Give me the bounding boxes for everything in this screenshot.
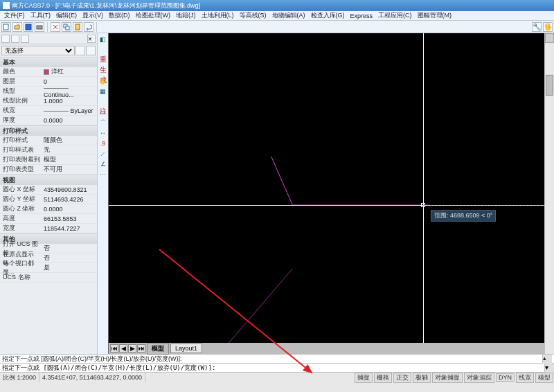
menu-file[interactable]: 文件(F) bbox=[1, 11, 28, 20]
status-osnap[interactable]: 对象捕捉 bbox=[432, 373, 463, 383]
menu-draw[interactable]: 绘图处理(W) bbox=[133, 11, 174, 20]
vertical-scrollbar[interactable] bbox=[544, 33, 554, 354]
status-snap[interactable]: 捕捉 bbox=[355, 373, 373, 383]
title-bar: 南方CASS7.0 - [F:\电子成果\1.龙林河\龙林河划界管理范围图集.d… bbox=[0, 0, 554, 11]
vtool-rect[interactable]: ▭ bbox=[98, 107, 108, 117]
cmd-scroll-down-icon[interactable]: ▾ bbox=[544, 364, 554, 373]
scroll-up-icon[interactable] bbox=[545, 33, 554, 43]
paste-button[interactable] bbox=[73, 22, 82, 32]
vtool-dist[interactable]: ↔ bbox=[98, 128, 108, 138]
tool-a[interactable]: 🔧 bbox=[532, 22, 542, 32]
menu-edit-obj[interactable]: 地物编辑(A) bbox=[269, 11, 308, 20]
menu-landuse[interactable]: 土地利用(L) bbox=[199, 11, 237, 20]
prop-color-k: 颜色 bbox=[0, 67, 42, 76]
menu-check[interactable]: 检查入库(G) bbox=[308, 11, 348, 20]
vtool-misc1[interactable]: ⟋ bbox=[98, 149, 108, 159]
status-ortho[interactable]: 正交 bbox=[393, 373, 411, 383]
svg-rect-1 bbox=[26, 24, 31, 30]
panel-header: × bbox=[0, 33, 97, 44]
main-area: × 无选择 基本 颜色洋红 图层0 线型———— Continuo... 线型比… bbox=[0, 33, 554, 354]
panel-btn-1[interactable] bbox=[1, 35, 10, 43]
window-title: 南方CASS7.0 - [F:\电子成果\1.龙林河\龙林河划界管理范围图集.d… bbox=[12, 1, 200, 10]
tab-last-icon[interactable]: ⏭ bbox=[137, 344, 145, 353]
status-coords: 4.3541E+07, 5114693.4227, 0.0000 bbox=[39, 373, 145, 382]
section-basic: 基本 颜色洋红 图层0 线型———— Continuo... 线型比例1.000… bbox=[0, 57, 97, 125]
vertical-toolbar: ◧ 重 生 成 ✋ ▦ 注 ▭ ⌒ ↔ .9 ⟋ ∠ ⋯ bbox=[98, 33, 109, 354]
tab-next-icon[interactable]: ▶ bbox=[128, 344, 136, 353]
tab-first-icon[interactable]: ⏮ bbox=[110, 344, 118, 353]
command-history-1: 指定下一点或 [圆弧(A)/闭合(C)/半宽(H)/长度(L)/放弃(U)/宽度… bbox=[0, 354, 554, 363]
copy-button[interactable] bbox=[62, 22, 71, 32]
vtool-regen2[interactable]: 生 bbox=[98, 55, 108, 65]
panel-btn-3[interactable] bbox=[21, 35, 29, 43]
vtool-arc[interactable]: ⌒ bbox=[98, 118, 108, 127]
menu-bar: 文件(F) 工具(T) 编辑(E) 显示(V) 数据(D) 绘图处理(W) 地籍… bbox=[0, 11, 554, 21]
status-scale[interactable]: 比例 1:2000 bbox=[0, 373, 39, 382]
prop-ltype-k: 线型 bbox=[0, 87, 42, 96]
scroll-thumb[interactable] bbox=[546, 75, 553, 96]
polyline-drawn bbox=[109, 33, 554, 343]
panel-btn-2[interactable] bbox=[11, 35, 19, 43]
vtool-pan[interactable]: ✋ bbox=[98, 76, 108, 86]
prop-lweight-k: 线宽 bbox=[0, 106, 42, 115]
prop-thick-k: 厚度 bbox=[0, 116, 42, 125]
menu-data[interactable]: 数据(D) bbox=[106, 11, 133, 20]
prop-ltype-v[interactable]: ———— Continuo... bbox=[42, 84, 97, 98]
print-button[interactable] bbox=[35, 22, 44, 32]
status-otrack[interactable]: 对象追踪 bbox=[464, 373, 494, 383]
status-polar[interactable]: 极轴 bbox=[413, 373, 431, 383]
vtool-regen[interactable]: 重 bbox=[98, 45, 108, 55]
command-line: 指定下一点或 [圆弧(A)/闭合(C)/半宽(H)/长度(L)/放弃(U)/宽度… bbox=[0, 363, 554, 372]
menu-sheet[interactable]: 图幅管理(M) bbox=[415, 11, 455, 20]
menu-express[interactable]: Express bbox=[348, 12, 376, 19]
undo-button[interactable] bbox=[84, 22, 93, 32]
tab-model[interactable]: 模型 bbox=[147, 343, 169, 355]
combo-btn-2[interactable] bbox=[86, 46, 96, 55]
section-view: 视图 圆心 X 坐标43549600.8321 圆心 Y 坐标5114693.4… bbox=[0, 175, 97, 233]
section-head-basic[interactable]: 基本 bbox=[0, 57, 97, 67]
vtool-misc3[interactable]: ⋯ bbox=[98, 170, 108, 179]
main-toolbar: 🔧 🖐 bbox=[0, 21, 554, 33]
prop-thick-v[interactable]: 0.0000 bbox=[42, 117, 97, 124]
tracking-line bbox=[423, 205, 548, 206]
status-lwt[interactable]: 线宽 bbox=[516, 373, 534, 383]
vtool-area[interactable]: .9 bbox=[98, 139, 108, 148]
tab-layout1[interactable]: Layout1 bbox=[170, 344, 202, 353]
tab-prev-icon[interactable]: ◀ bbox=[119, 344, 127, 353]
vtool-1[interactable]: ◧ bbox=[98, 35, 108, 44]
vtool-misc2[interactable]: ∠ bbox=[98, 159, 108, 169]
prop-color-v[interactable]: 洋红 bbox=[42, 67, 97, 76]
cmd-scroll-up-icon[interactable]: ▴ bbox=[542, 355, 552, 364]
prop-lscale-v[interactable]: 1.0000 bbox=[42, 98, 97, 105]
properties-panel: × 无选择 基本 颜色洋红 图层0 线型———— Continuo... 线型比… bbox=[0, 33, 98, 354]
panel-close-icon[interactable]: × bbox=[87, 35, 96, 43]
combo-btn-1[interactable] bbox=[75, 46, 85, 55]
tool-b[interactable]: 🖐 bbox=[543, 22, 553, 32]
status-grid[interactable]: 栅格 bbox=[374, 373, 392, 383]
section-head-view[interactable]: 视图 bbox=[0, 175, 97, 185]
command-input[interactable] bbox=[217, 364, 544, 372]
prop-lscale-k: 线型比例 bbox=[0, 96, 42, 105]
drawing-area-wrap: 范围: 4688.6509 < 0° ⏮ ◀ ▶ ⏭ 模型 Layout1 bbox=[109, 33, 554, 354]
vtool-regen3[interactable]: 成 bbox=[98, 66, 108, 75]
menu-view[interactable]: 显示(V) bbox=[80, 11, 106, 20]
drawing-canvas[interactable]: 范围: 4688.6509 < 0° bbox=[109, 33, 554, 343]
svg-rect-5 bbox=[75, 24, 80, 30]
new-button[interactable] bbox=[1, 22, 11, 32]
save-button[interactable] bbox=[24, 22, 33, 32]
cut-button[interactable] bbox=[51, 22, 60, 32]
vtool-hatch[interactable]: ▦ bbox=[98, 87, 108, 96]
prop-lweight-v[interactable]: ———— ByLayer bbox=[42, 107, 97, 114]
menu-tools[interactable]: 工具(T) bbox=[28, 11, 54, 20]
status-model[interactable]: 模型 bbox=[535, 373, 553, 383]
menu-edit[interactable]: 编辑(E) bbox=[53, 11, 80, 20]
open-button[interactable] bbox=[12, 22, 22, 32]
selection-combo[interactable]: 无选择 bbox=[1, 46, 75, 55]
vtool-note[interactable]: 注 bbox=[98, 97, 108, 107]
svg-rect-4 bbox=[66, 26, 69, 30]
section-head-print[interactable]: 打印样式 bbox=[0, 126, 97, 136]
status-dyn[interactable]: DYN bbox=[496, 373, 515, 382]
menu-engineering[interactable]: 工程应用(C) bbox=[375, 11, 415, 20]
menu-contour[interactable]: 等高线(S) bbox=[237, 11, 269, 20]
menu-cadastre[interactable]: 地籍(J) bbox=[173, 11, 199, 20]
